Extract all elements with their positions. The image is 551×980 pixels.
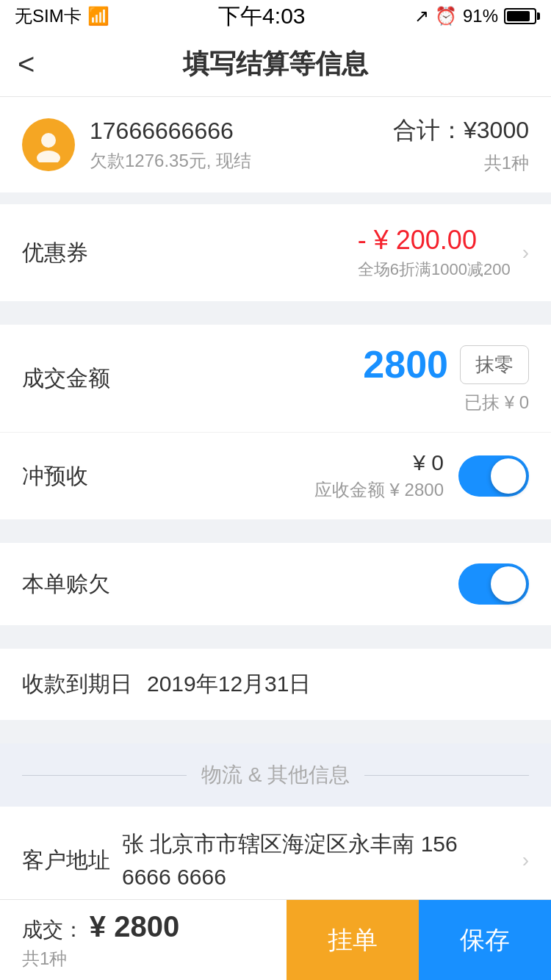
nav-bar: < 填写结算等信息 bbox=[0, 32, 551, 97]
section-divider-3 bbox=[0, 637, 551, 649]
status-bar: 无SIM卡 📶 下午4:03 ↗ ⏰ 91% bbox=[0, 0, 551, 32]
svg-point-0 bbox=[41, 133, 56, 148]
debt-label: 本单赊欠 bbox=[22, 569, 110, 599]
coupon-desc: 全场6折满1000减200 bbox=[358, 259, 511, 281]
prepay-label: 冲预收 bbox=[22, 461, 88, 491]
save-button[interactable]: 保存 bbox=[419, 900, 551, 981]
logistics-line-left bbox=[22, 775, 187, 776]
amount-main: 2800 抹零 bbox=[363, 342, 529, 386]
debt-section: 本单赊欠 bbox=[0, 543, 551, 625]
address-row[interactable]: 客户地址 张 北京市市辖区海淀区永丰南 156 6666 6666 › bbox=[0, 807, 551, 914]
debt-toggle[interactable] bbox=[458, 563, 529, 605]
eraze-button[interactable]: 抹零 bbox=[460, 345, 529, 384]
customer-card: 17666666666 欠款1276.35元, 现结 合计：¥3000 共1种 bbox=[0, 97, 551, 192]
bottom-deal-label: 成交： bbox=[22, 918, 84, 941]
address-label: 客户地址 bbox=[22, 846, 110, 876]
prepay-toggle[interactable] bbox=[458, 455, 529, 497]
toggle-knob bbox=[491, 458, 526, 494]
prepay-right: ¥ 0 应收金额 ¥ 2800 bbox=[314, 450, 529, 502]
coupon-section: 优惠券 - ¥ 200.00 全场6折满1000减200 › bbox=[0, 204, 551, 301]
amount-sub: 已抹 ¥ 0 bbox=[464, 391, 529, 414]
bottom-summary: 成交： ¥ 2800 共1种 bbox=[0, 910, 287, 970]
bottom-count: 共1种 bbox=[22, 947, 264, 970]
bottom-deal-amount: ¥ 2800 bbox=[90, 910, 179, 943]
avatar bbox=[22, 118, 75, 171]
due-date-row: 收款到期日 2019年12月31日 bbox=[0, 649, 551, 720]
coupon-row[interactable]: 优惠券 - ¥ 200.00 全场6折满1000减200 › bbox=[0, 204, 551, 301]
bottom-bar: 成交： ¥ 2800 共1种 挂单 保存 bbox=[0, 899, 551, 980]
customer-left: 17666666666 欠款1276.35元, 现结 bbox=[22, 118, 251, 173]
alarm-icon: ⏰ bbox=[435, 6, 457, 26]
amount-right: 2800 抹零 已抹 ¥ 0 bbox=[363, 342, 529, 414]
svg-point-1 bbox=[37, 151, 60, 162]
prepay-values: ¥ 0 应收金额 ¥ 2800 bbox=[314, 450, 444, 502]
content: 17666666666 欠款1276.35元, 现结 合计：¥3000 共1种 … bbox=[0, 97, 551, 980]
back-button[interactable]: < bbox=[18, 48, 35, 81]
section-divider-4 bbox=[0, 732, 551, 743]
logistics-line-right bbox=[364, 775, 529, 776]
battery-icon bbox=[504, 8, 536, 24]
prepay-row: 冲预收 ¥ 0 应收金额 ¥ 2800 bbox=[0, 432, 551, 519]
coupon-amount: - ¥ 200.00 bbox=[358, 225, 511, 256]
debt-toggle-knob bbox=[491, 566, 526, 602]
amount-value: 2800 bbox=[363, 342, 448, 386]
coupon-info: - ¥ 200.00 全场6折满1000减200 bbox=[358, 225, 511, 281]
customer-debt: 欠款1276.35元, 现结 bbox=[90, 149, 251, 173]
due-date-label: 收款到期日 bbox=[22, 669, 132, 699]
customer-total: 合计：¥3000 bbox=[393, 115, 529, 147]
address-section: 客户地址 张 北京市市辖区海淀区永丰南 156 6666 6666 › bbox=[0, 807, 551, 914]
chevron-right-icon: › bbox=[522, 241, 529, 264]
customer-count: 共1种 bbox=[393, 151, 529, 175]
battery-percent: 91% bbox=[463, 6, 498, 26]
coupon-label: 优惠券 bbox=[22, 238, 88, 268]
wifi-icon: 📶 bbox=[87, 6, 109, 26]
amount-row: 成交金额 2800 抹零 已抹 ¥ 0 bbox=[0, 325, 551, 432]
section-divider-2 bbox=[0, 531, 551, 543]
logistics-title: 物流 & 其他信息 bbox=[201, 761, 350, 789]
address-chevron-icon: › bbox=[522, 849, 529, 872]
section-divider-1 bbox=[0, 313, 551, 325]
customer-info: 17666666666 欠款1276.35元, 现结 bbox=[90, 118, 251, 173]
bottom-deal-row: 成交： ¥ 2800 bbox=[22, 910, 264, 944]
amount-label: 成交金额 bbox=[22, 364, 110, 394]
location-icon: ↗ bbox=[414, 6, 429, 26]
due-date-section: 收款到期日 2019年12月31日 bbox=[0, 649, 551, 720]
coupon-value-right: - ¥ 200.00 全场6折满1000减200 › bbox=[358, 225, 529, 281]
debt-row: 本单赊欠 bbox=[0, 543, 551, 625]
logistics-header: 物流 & 其他信息 bbox=[0, 743, 551, 807]
status-time: 下午4:03 bbox=[218, 1, 305, 32]
carrier-label: 无SIM卡 bbox=[15, 4, 82, 28]
transaction-section: 成交金额 2800 抹零 已抹 ¥ 0 冲预收 ¥ 0 应收金额 ¥ 2800 bbox=[0, 325, 551, 519]
due-date-value: 2019年12月31日 bbox=[147, 669, 311, 699]
customer-phone: 17666666666 bbox=[90, 118, 251, 145]
customer-right: 合计：¥3000 共1种 bbox=[393, 115, 529, 175]
page-title: 填写结算等信息 bbox=[183, 46, 368, 82]
status-right: ↗ ⏰ 91% bbox=[414, 6, 536, 26]
prepay-receivable: 应收金额 ¥ 2800 bbox=[314, 478, 444, 502]
pending-button[interactable]: 挂单 bbox=[287, 900, 419, 981]
status-left: 无SIM卡 📶 bbox=[15, 4, 109, 28]
prepay-amount: ¥ 0 bbox=[314, 450, 444, 475]
address-value: 张 北京市市辖区海淀区永丰南 156 6666 6666 bbox=[122, 827, 511, 893]
battery-fill bbox=[507, 11, 530, 21]
